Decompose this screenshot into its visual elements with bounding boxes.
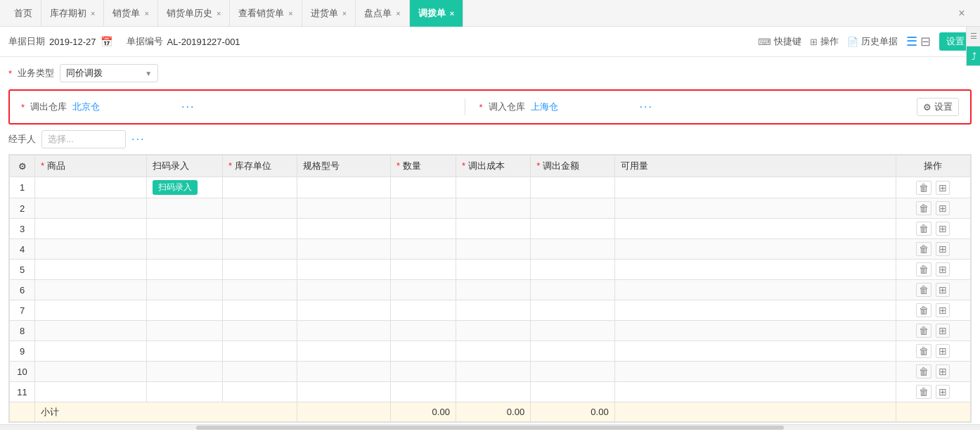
delete-icon[interactable]: 🗑	[916, 344, 931, 358]
tab-sales-order[interactable]: 销货单 ×	[104, 0, 157, 27]
product-cell[interactable]	[35, 280, 147, 300]
shortcuts-button[interactable]: ⌨ 快捷键	[758, 35, 801, 48]
scan-cell	[147, 280, 223, 300]
th-cost: * 调出成本	[456, 155, 530, 177]
tab-home[interactable]: 首页	[6, 0, 41, 27]
tab-close-sales-order[interactable]: ×	[144, 9, 148, 18]
copy-icon[interactable]: ⊞	[936, 385, 950, 399]
spec-cell	[297, 321, 391, 341]
scrollbar-thumb[interactable]	[196, 426, 784, 430]
unit-cell	[222, 362, 297, 382]
scan-barcode-button[interactable]: 扫码录入	[153, 180, 198, 195]
tab-close-stocktake[interactable]: ×	[396, 9, 400, 18]
delete-icon[interactable]: 🗑	[916, 324, 931, 338]
tab-close-inventory-init[interactable]: ×	[91, 9, 95, 18]
operations-button[interactable]: ⊞ 操作	[810, 35, 839, 48]
scan-cell: 扫码录入	[147, 177, 223, 198]
delete-icon[interactable]: 🗑	[916, 303, 931, 317]
calendar-icon[interactable]: 📅	[101, 36, 112, 47]
product-cell[interactable]	[35, 239, 147, 260]
product-cell[interactable]	[35, 219, 147, 239]
op-cell: 🗑 ⊞	[896, 382, 970, 402]
qty-cell	[390, 219, 456, 239]
handler-more-icon[interactable]: ···	[131, 133, 145, 146]
amount-cell	[531, 280, 615, 300]
warehouse-in-more-icon[interactable]: ···	[640, 101, 653, 113]
copy-icon[interactable]: ⊞	[936, 324, 950, 338]
tab-transfer[interactable]: 调拨单 ×	[410, 0, 463, 27]
right-panel-doc-icon[interactable]: ☰	[967, 27, 980, 46]
spec-cell	[297, 260, 391, 280]
row-num: 4	[10, 239, 35, 260]
grid-view-icon[interactable]: ⊟	[920, 34, 931, 49]
delete-icon[interactable]: 🗑	[916, 222, 931, 236]
right-panel-teal-icon[interactable]: ⤴	[967, 46, 980, 66]
tab-sales-history[interactable]: 销货单历史 ×	[158, 0, 230, 27]
op-cell: 🗑 ⊞	[896, 341, 970, 362]
tab-purchase-order[interactable]: 进货单 ×	[302, 0, 356, 27]
copy-icon[interactable]: ⊞	[936, 201, 950, 215]
op-cell: 🗑 ⊞	[896, 198, 970, 219]
warehouse-divider	[465, 98, 465, 115]
row-num: 5	[10, 260, 35, 280]
spec-cell	[297, 362, 391, 382]
delete-icon[interactable]: 🗑	[916, 364, 931, 378]
copy-icon[interactable]: ⊞	[936, 283, 950, 297]
product-cell[interactable]	[35, 300, 147, 321]
handler-dropdown[interactable]: 选择...	[41, 130, 126, 148]
handler-row: 经手人 选择... ···	[0, 125, 980, 154]
table-row: 4 🗑 ⊞	[10, 239, 971, 260]
warehouse-out-more-icon[interactable]: ···	[181, 101, 195, 113]
biz-type-required: *	[8, 68, 12, 79]
copy-icon[interactable]: ⊞	[936, 303, 950, 317]
copy-icon[interactable]: ⊞	[936, 242, 950, 256]
table-row: 6 🗑 ⊞	[10, 280, 971, 300]
copy-icon[interactable]: ⊞	[936, 262, 950, 276]
delete-icon[interactable]: 🗑	[916, 385, 931, 399]
delete-icon[interactable]: 🗑	[916, 201, 931, 215]
th-avail: 可用量	[614, 155, 896, 177]
tab-close-purchase-order[interactable]: ×	[342, 9, 347, 18]
copy-icon[interactable]: ⊞	[936, 222, 950, 236]
copy-icon[interactable]: ⊞	[936, 181, 950, 195]
product-cell[interactable]	[35, 198, 147, 219]
delete-icon[interactable]: 🗑	[916, 181, 931, 195]
product-cell[interactable]	[35, 382, 147, 402]
list-view-icon[interactable]: ☰	[906, 34, 917, 49]
row-num: 2	[10, 198, 35, 219]
product-cell[interactable]	[35, 362, 147, 382]
cost-cell	[456, 260, 530, 280]
product-cell[interactable]	[35, 177, 147, 198]
tab-close-transfer[interactable]: ×	[450, 9, 454, 18]
delete-icon[interactable]: 🗑	[916, 262, 931, 276]
scan-cell	[147, 260, 223, 280]
spec-cell	[297, 300, 391, 321]
window-close-button[interactable]: ×	[949, 1, 974, 26]
th-settings[interactable]: ⚙	[10, 155, 35, 177]
table-row: 9 🗑 ⊞	[10, 341, 971, 362]
tab-inventory-init[interactable]: 库存期初 ×	[41, 0, 104, 27]
product-cell[interactable]	[35, 260, 147, 280]
warehouse-settings-button[interactable]: ⚙ 设置	[917, 98, 959, 116]
horizontal-scrollbar[interactable]	[0, 424, 980, 430]
unit-cell	[222, 198, 297, 219]
delete-icon[interactable]: 🗑	[916, 283, 931, 297]
tab-close-check-sales[interactable]: ×	[288, 9, 292, 18]
copy-icon[interactable]: ⊞	[936, 344, 950, 358]
delete-icon[interactable]: 🗑	[916, 242, 931, 256]
unit-cell	[222, 280, 297, 300]
copy-icon[interactable]: ⊞	[936, 364, 950, 378]
warehouse-in-value: 上海仓	[531, 101, 558, 113]
spec-cell	[297, 280, 391, 300]
avail-cell	[614, 382, 896, 402]
product-cell[interactable]	[35, 341, 147, 362]
history-button[interactable]: 📄 历史单据	[847, 35, 898, 48]
spec-cell	[297, 382, 391, 402]
tab-check-sales[interactable]: 查看销货单 ×	[230, 0, 302, 27]
product-cell[interactable]	[35, 321, 147, 341]
tab-stocktake[interactable]: 盘点单 ×	[356, 0, 409, 27]
row-num: 7	[10, 300, 35, 321]
tab-close-sales-history[interactable]: ×	[217, 9, 221, 18]
biz-type-dropdown[interactable]: 同价调拨 ▼	[60, 64, 158, 82]
amount-cell	[531, 382, 615, 402]
